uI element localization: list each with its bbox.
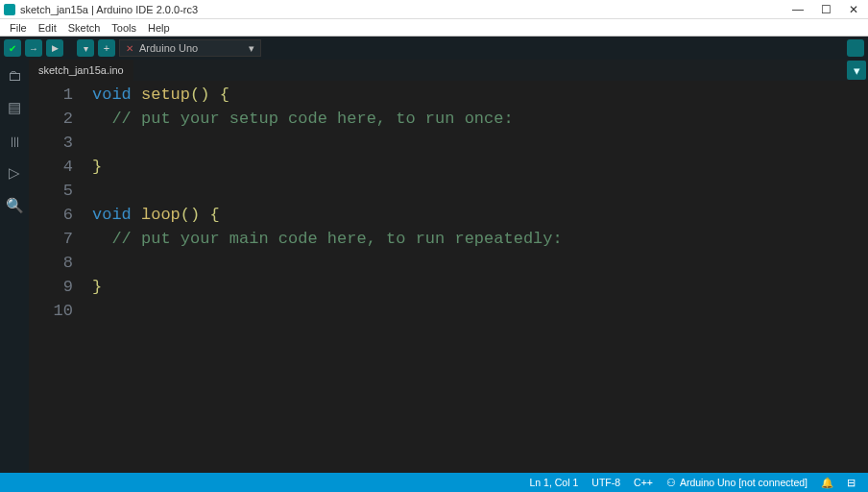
line-number: 6: [29, 203, 73, 227]
upload-button[interactable]: [25, 39, 42, 57]
tab-sketch[interactable]: sketch_jan15a.ino: [29, 60, 134, 81]
menu-file[interactable]: File: [4, 22, 33, 34]
close-button[interactable]: ✕: [849, 3, 858, 16]
menubar: File Edit Sketch Tools Help: [0, 19, 868, 37]
verify-button[interactable]: [4, 39, 21, 57]
code-line[interactable]: void loop() {: [92, 203, 868, 227]
debug-button[interactable]: [46, 39, 63, 57]
line-number: 7: [29, 227, 73, 251]
line-number: 5: [29, 179, 73, 203]
board-label: Arduino Uno: [139, 42, 198, 54]
search-icon[interactable]: 🔍: [5, 196, 24, 215]
menu-help[interactable]: Help: [142, 22, 176, 34]
board-selector[interactable]: ✕Arduino Uno ▾: [119, 39, 261, 57]
status-bar: Ln 1, Col 1 UTF-8 C++ ⚇ Arduino Uno [not…: [0, 473, 868, 492]
line-number: 8: [29, 251, 73, 275]
code-line[interactable]: void setup() {: [92, 83, 868, 107]
line-number: 1: [29, 83, 73, 107]
line-number: 4: [29, 155, 73, 179]
status-board[interactable]: ⚇ Arduino Uno [not connected]: [660, 477, 814, 489]
code-line[interactable]: }: [92, 275, 868, 299]
code-line[interactable]: [92, 251, 868, 275]
code-editor[interactable]: 12345678910 void setup() { // put your s…: [29, 81, 868, 473]
window-controls: — ☐ ✕: [792, 3, 864, 16]
titlebar: sketch_jan15a | Arduino IDE 2.0.0-rc3 — …: [0, 0, 868, 19]
tab-bar: sketch_jan15a.ino ▾: [29, 60, 868, 81]
status-notifications[interactable]: 🔔: [814, 477, 840, 489]
menu-sketch[interactable]: Sketch: [62, 22, 107, 34]
sketchbook-icon[interactable]: 🗀: [5, 65, 24, 85]
tab-label: sketch_jan15a.ino: [38, 64, 124, 76]
line-number: 10: [29, 299, 73, 323]
code-line[interactable]: // put your main code here, to run repea…: [92, 227, 868, 251]
main-area: 🗀 ▤ ⫼ ▷ 🔍 sketch_jan15a.ino ▾ 1234567891…: [0, 60, 868, 473]
toolbar: ✕Arduino Uno ▾: [0, 37, 868, 60]
menu-edit[interactable]: Edit: [33, 22, 62, 34]
board-dropdown-icon[interactable]: [77, 39, 94, 57]
code-content[interactable]: void setup() { // put your setup code he…: [86, 81, 868, 473]
maximize-button[interactable]: ☐: [821, 3, 832, 16]
status-close-panel[interactable]: ⊟: [840, 477, 862, 488]
status-cursor[interactable]: Ln 1, Col 1: [523, 477, 586, 488]
library-manager-icon[interactable]: ⫼: [5, 131, 24, 150]
board-add-icon[interactable]: [98, 39, 115, 57]
window-title: sketch_jan15a | Arduino IDE 2.0.0-rc3: [20, 4, 792, 15]
plug-icon: ⚇: [666, 477, 676, 489]
minimize-button[interactable]: —: [792, 3, 804, 16]
board-status-icon: ✕: [126, 43, 133, 54]
code-line[interactable]: [92, 299, 868, 323]
status-language[interactable]: C++: [627, 477, 660, 488]
line-number: 9: [29, 275, 73, 299]
serial-plotter-button[interactable]: [847, 39, 864, 57]
activity-bar: 🗀 ▤ ⫼ ▷ 🔍: [0, 60, 29, 473]
boards-manager-icon[interactable]: ▤: [5, 98, 24, 117]
debug-icon[interactable]: ▷: [5, 163, 24, 183]
code-line[interactable]: [92, 179, 868, 203]
status-encoding[interactable]: UTF-8: [585, 477, 627, 488]
line-gutter: 12345678910: [29, 81, 86, 473]
tab-add-button[interactable]: ▾: [847, 61, 866, 80]
arduino-app-icon: [4, 4, 15, 15]
editor-pane: sketch_jan15a.ino ▾ 12345678910 void set…: [29, 60, 868, 473]
chevron-down-icon: ▾: [249, 42, 254, 55]
code-line[interactable]: // put your setup code here, to run once…: [92, 107, 868, 131]
line-number: 3: [29, 131, 73, 155]
line-number: 2: [29, 107, 73, 131]
code-line[interactable]: }: [92, 155, 868, 179]
menu-tools[interactable]: Tools: [106, 22, 142, 34]
code-line[interactable]: [92, 131, 868, 155]
